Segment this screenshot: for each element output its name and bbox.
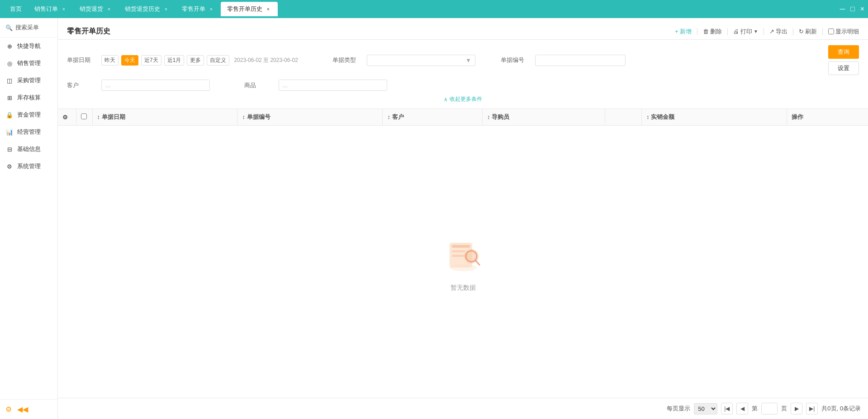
sidebar-item-operations[interactable]: 📊 经营管理 — [0, 123, 57, 141]
th-guide[interactable]: ↕ 导购员 — [483, 109, 605, 126]
sidebar-item-sales-mgmt[interactable]: ◎ 销售管理 — [0, 55, 57, 72]
tab-retail-open-close[interactable]: × — [208, 6, 214, 12]
sidebar-item-finance-label: 资金管理 — [17, 111, 41, 119]
delete-button[interactable]: 🗑 删除 — [703, 28, 722, 36]
th-number[interactable]: ↕ 单据编号 — [237, 109, 383, 126]
th-checkbox[interactable] — [76, 109, 92, 126]
goods-filter-label: 商品 — [244, 81, 271, 89]
first-page-btn[interactable]: |◀ — [721, 403, 733, 414]
sidebar-item-inventory[interactable]: ⊞ 库存核算 — [0, 89, 57, 106]
toolbar-divider-2 — [727, 28, 728, 35]
goods-input[interactable]: ... — [279, 80, 387, 91]
export-button[interactable]: ↗ 导出 — [769, 28, 787, 36]
empty-state: 暂无数据 — [58, 126, 868, 398]
action-buttons: 查询 设置 — [828, 45, 859, 75]
add-button[interactable]: + 新增 — [675, 28, 692, 36]
refresh-button[interactable]: ↻ 刷新 — [799, 28, 817, 36]
current-page-input[interactable]: 1 — [761, 403, 778, 414]
toolbar: + 新增 🗑 删除 🖨 打印 ▼ ↗ 导出 — [675, 28, 859, 36]
svg-rect-3 — [452, 250, 465, 252]
th-customer[interactable]: ↕ 客户 — [383, 109, 483, 126]
prev-page-btn[interactable]: ◀ — [736, 403, 748, 414]
th-date[interactable]: ↕ 单据日期 — [92, 109, 237, 126]
sidebar-item-system[interactable]: ⚙ 系统管理 — [0, 158, 57, 175]
tab-sales-return-close[interactable]: × — [106, 6, 112, 12]
chevron-up-icon: ∧ — [444, 96, 448, 103]
tab-sales-return-history[interactable]: 销货退货历史 × — [119, 2, 175, 16]
data-table: ⚙ ↕ 单据日期 ↕ 单据编号 — [58, 109, 868, 126]
page-label: 第 — [752, 405, 758, 413]
tab-retail-history-close[interactable]: × — [265, 6, 271, 12]
grid-icon: ⊟ — [5, 145, 14, 153]
tab-retail-history[interactable]: 零售开单历史 × — [221, 2, 278, 16]
collapse-label: 收起更多条件 — [450, 95, 482, 103]
sidebar-item-finance[interactable]: 🔒 资金管理 — [0, 106, 57, 123]
date-btn-more[interactable]: 更多 — [187, 55, 204, 66]
th-settings[interactable]: ⚙ — [58, 109, 76, 126]
window-controls: ─ □ × — [840, 5, 864, 13]
doc-type-select[interactable]: ▼ — [367, 55, 475, 66]
sidebar-search[interactable]: 🔍 搜索采单 — [0, 18, 57, 38]
th-date-label: ↕ 单据日期 — [97, 113, 125, 120]
tab-bar: 首页 销售订单 × 销货退货 × 销货退货历史 × 零售开单 × 零售开单历史 … — [0, 0, 868, 18]
close-window-icon[interactable]: × — [860, 5, 864, 13]
show-detail-checkbox[interactable] — [828, 28, 834, 34]
date-btn-last1month[interactable]: 近1月 — [164, 55, 185, 66]
date-btn-today[interactable]: 今天 — [121, 55, 138, 66]
th-customer-label: ↕ 客户 — [387, 113, 403, 120]
table-settings-icon[interactable]: ⚙ — [62, 114, 68, 121]
th-amount[interactable]: ↕ 实销金额 — [641, 109, 787, 126]
pin-icon[interactable]: ◀◀ — [17, 405, 28, 414]
tab-sales-order-close[interactable]: × — [61, 6, 67, 12]
date-btn-custom[interactable]: 自定义 — [207, 55, 229, 66]
last-page-btn[interactable]: ▶| — [806, 403, 818, 414]
print-button[interactable]: 🖨 打印 ▼ — [733, 28, 758, 36]
settings-button[interactable]: 设置 — [828, 61, 859, 75]
show-detail-button[interactable]: 显示明细 — [828, 28, 859, 36]
sidebar-item-purchase-mgmt[interactable]: ◫ 采购管理 — [0, 72, 57, 89]
doc-number-input[interactable] — [535, 55, 626, 66]
sidebar-item-base-info[interactable]: ⊟ 基础信息 — [0, 141, 57, 158]
chevron-down-icon: ▼ — [465, 57, 471, 64]
tab-sales-return-history-close[interactable]: × — [163, 6, 169, 12]
tab-sales-order-label: 销售订单 — [34, 5, 58, 13]
filter-row-1: 单据日期 昨天 今天 近7天 近1月 更多 自定义 2023-06-02 至 2… — [67, 45, 859, 75]
next-page-btn[interactable]: ▶ — [791, 403, 802, 414]
doc-number-label: 单据编号 — [501, 56, 528, 64]
sidebar-item-quick-nav-label: 快捷导航 — [17, 42, 41, 50]
chart-icon: 📊 — [5, 128, 14, 136]
sidebar: 🔍 搜索采单 ⊕ 快捷导航 ◎ 销售管理 ◫ 采购管理 ⊞ 库存核算 🔒 资金管… — [0, 18, 58, 419]
svg-rect-2 — [452, 245, 470, 248]
tab-home[interactable]: 首页 — [4, 2, 28, 16]
select-all-checkbox[interactable] — [81, 113, 87, 119]
show-detail-label: 显示明细 — [835, 28, 859, 36]
query-button[interactable]: 查询 — [828, 45, 859, 59]
sidebar-item-purchase-mgmt-label: 采购管理 — [17, 76, 41, 85]
box-icon: ◫ — [5, 76, 14, 85]
date-btn-yesterday[interactable]: 昨天 — [101, 55, 119, 66]
customer-input[interactable]: ... — [101, 80, 210, 91]
th-action-label: 操作 — [792, 113, 803, 120]
tab-retail-history-label: 零售开单历史 — [227, 5, 262, 13]
customer-ellipsis: ... — [105, 82, 110, 89]
tab-sales-order[interactable]: 销售订单 × — [28, 2, 73, 16]
gear-bottom-icon[interactable]: ⚙ — [5, 405, 12, 414]
tab-retail-open[interactable]: 零售开单 × — [175, 2, 221, 16]
lock-icon: 🔒 — [5, 111, 14, 119]
minimize-icon[interactable]: ─ — [840, 5, 845, 13]
tab-retail-open-label: 零售开单 — [182, 5, 205, 13]
date-range-display: 2023-06-02 至 2023-06-02 — [234, 56, 298, 64]
toolbar-divider-5 — [822, 28, 823, 35]
print-icon: 🖨 — [733, 28, 739, 35]
sidebar-item-system-label: 系统管理 — [17, 162, 41, 170]
tab-sales-return[interactable]: 销货退货 × — [73, 2, 119, 16]
home-icon: ⊕ — [5, 42, 14, 50]
doc-type-label: 单据类型 — [332, 56, 360, 64]
sidebar-item-quick-nav[interactable]: ⊕ 快捷导航 — [0, 38, 57, 55]
page-size-select[interactable]: 50 10 20 100 — [694, 403, 717, 414]
collapse-more-btn[interactable]: ∧ 收起更多条件 — [67, 95, 859, 103]
empty-text: 暂无数据 — [451, 284, 476, 292]
tab-sales-return-label: 销货退货 — [80, 5, 103, 13]
maximize-icon[interactable]: □ — [850, 5, 855, 13]
date-btn-last7[interactable]: 近7天 — [141, 55, 161, 66]
